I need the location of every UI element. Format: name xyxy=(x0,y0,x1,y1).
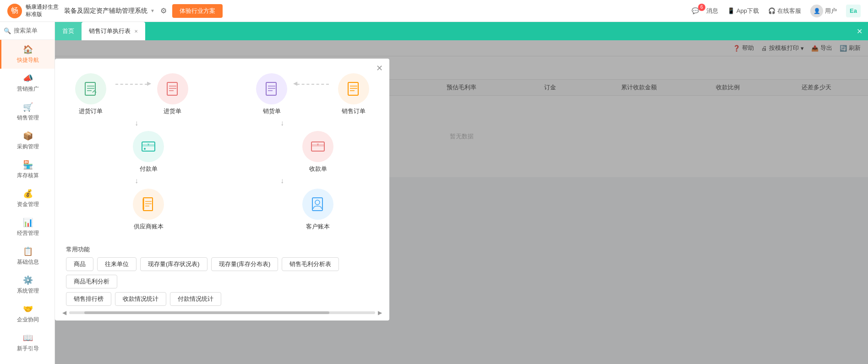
svg-rect-12 xyxy=(348,82,358,95)
sidebar-item-finance[interactable]: 💰 资金管理 xyxy=(0,184,55,213)
flow-item-supplier-ledger[interactable]: 供应商账本 xyxy=(121,189,176,231)
func-btn-partner[interactable]: 往来单位 xyxy=(97,257,136,271)
flow-item-sales-bill[interactable]: 销货单 xyxy=(247,73,296,115)
svg-rect-4 xyxy=(167,82,177,95)
customer-ledger-circle xyxy=(302,189,333,220)
sidebar-item-system[interactable]: ⚙️ 系统管理 xyxy=(0,271,55,299)
basic-icon: 📋 xyxy=(23,246,33,256)
settings-icon[interactable]: ⚙ xyxy=(160,6,167,15)
online-service-action[interactable]: 🎧 在线客服 xyxy=(768,7,801,15)
logo-text: 畅康通好生意 标准版 xyxy=(26,4,59,18)
func-btn-payment-stats[interactable]: 付款情况统计 xyxy=(170,292,221,306)
payment-label: 付款单 xyxy=(140,165,158,173)
sidebar-item-purchase[interactable]: 📦 采购管理 xyxy=(0,126,55,155)
sales-order-label: 销售订单 xyxy=(342,107,366,115)
home-icon: 🏠 xyxy=(23,44,33,54)
sidebar-item-basic[interactable]: 📋 基础信息 xyxy=(0,242,55,271)
trial-btn[interactable]: 体验行业方案 xyxy=(172,4,223,18)
purchase-bill-label: 进货单 xyxy=(164,107,181,115)
purchase-bill-circle xyxy=(157,73,188,104)
func-btn-goods[interactable]: 商品 xyxy=(66,257,93,271)
svg-rect-24 xyxy=(142,199,144,210)
page-content: ❓ 帮助 🖨 按模板打印 ▾ 📤 导出 🔄 刷新 xyxy=(55,40,868,364)
flow-diagram: 进货订单 进货单 xyxy=(66,70,378,242)
arrow-h-2 xyxy=(297,84,329,105)
modal-scrollbar: ◀ ▶ xyxy=(55,310,389,316)
func-btn-goods-profit[interactable]: 商品毛利分析 xyxy=(66,275,117,288)
enterprise-icon: 🤝 xyxy=(23,304,33,314)
sales-tab-label: 销售订单执行表 xyxy=(89,27,131,35)
modal-close-icon[interactable]: ✕ xyxy=(376,63,383,73)
guide-icon: 📖 xyxy=(23,333,33,343)
sales-bill-circle xyxy=(256,73,287,104)
purchase-icon: 📦 xyxy=(23,131,33,141)
marketing-icon: 📣 xyxy=(23,73,33,83)
tabs-bar: 首页 销售订单执行表 ✕ ✕ xyxy=(55,22,868,40)
svg-text:¥: ¥ xyxy=(317,143,319,146)
down-arrow-sales: ↓ xyxy=(267,119,298,127)
svg-rect-23 xyxy=(143,198,153,211)
down-arrow-payment: ↓ xyxy=(121,177,152,185)
func-buttons-row1: 商品 往来单位 现存量(库存状况表) 现存量(库存分布表) 销售毛利分析表 商品… xyxy=(66,257,378,288)
svg-point-18 xyxy=(144,148,146,150)
sidebar-item-enterprise[interactable]: 🤝 企业协同 xyxy=(0,299,55,328)
scroll-track[interactable] xyxy=(69,311,375,314)
supplier-ledger-circle xyxy=(133,189,164,220)
finance-icon: 💰 xyxy=(23,189,33,199)
sidebar-item-guide[interactable]: 📖 新手引导 xyxy=(0,328,55,357)
message-action[interactable]: 💬 6 消息 xyxy=(692,7,718,15)
sidebar-item-operations[interactable]: 📊 经营管理 xyxy=(0,213,55,242)
supplier-ledger-label: 供应商账本 xyxy=(134,223,164,231)
avatar: 👤 xyxy=(810,5,823,17)
headset-icon: 🎧 xyxy=(768,7,775,14)
flow-item-sales-order[interactable]: 销售订单 xyxy=(329,73,378,115)
app-download-action[interactable]: 📱 App下载 xyxy=(727,7,759,15)
flow-item-customer-ledger[interactable]: 客户账本 xyxy=(290,189,345,231)
flow-item-payment[interactable]: ¥ 付款单 xyxy=(121,131,176,173)
flow-item-purchase-bill[interactable]: 进货单 xyxy=(147,73,197,115)
phone-icon: 📱 xyxy=(727,7,735,14)
sidebar-search[interactable]: 🔍 搜索菜单 xyxy=(0,22,55,40)
logo-area: 畅 畅康通好生意 标准版 xyxy=(7,4,59,18)
overlay: ✕ 进货订单 xyxy=(55,40,868,364)
system-dropdown-icon[interactable]: ▼ xyxy=(150,8,155,13)
func-btn-stock-status[interactable]: 现存量(库存状况表) xyxy=(140,257,207,271)
inventory-icon: 🏪 xyxy=(23,160,33,170)
down-arrow-receipt: ↓ xyxy=(267,177,298,185)
flow-item-purchase-order[interactable]: 进货订单 xyxy=(66,73,115,115)
user-action[interactable]: 👤 用户 xyxy=(810,5,837,17)
system-icon: ⚙️ xyxy=(23,275,33,285)
close-all-tabs[interactable]: ✕ xyxy=(851,27,868,36)
flow-item-receipt[interactable]: ¥ 收款单 xyxy=(290,131,345,173)
svg-rect-8 xyxy=(266,82,276,95)
sidebar-item-marketing[interactable]: 📣 营销推广 xyxy=(0,69,55,98)
sidebar-item-sales[interactable]: 🛒 销售管理 xyxy=(0,98,55,126)
svg-text:¥: ¥ xyxy=(147,143,149,146)
svg-rect-0 xyxy=(85,82,95,95)
sidebar-item-quick-nav[interactable]: 🏠 快捷导航 xyxy=(0,40,55,69)
receipt-label: 收款单 xyxy=(309,165,327,173)
func-btn-sales-rank[interactable]: 销售排行榜 xyxy=(66,292,111,306)
flow-row-3: 供应商账本 客户账本 xyxy=(121,185,378,234)
sales-icon: 🛒 xyxy=(23,102,33,112)
flow-row-2: ¥ 付款单 ¥ 收款单 xyxy=(121,127,378,177)
sidebar-item-inventory[interactable]: 🏪 库存核算 xyxy=(0,155,55,184)
func-btn-receipt-stats[interactable]: 收款情况统计 xyxy=(115,292,166,306)
tab-sales-order-exec[interactable]: 销售订单执行表 ✕ xyxy=(82,22,145,40)
logo-icon: 畅 xyxy=(7,4,22,18)
func-btn-stock-dist[interactable]: 现存量(库存分布表) xyxy=(211,257,278,271)
tab-home[interactable]: 首页 xyxy=(55,22,82,40)
tab-close-icon[interactable]: ✕ xyxy=(134,29,138,34)
content-area: 首页 销售订单执行表 ✕ ✕ ❓ 帮助 🖨 按模板打印 ▾ xyxy=(55,22,868,364)
scroll-left-icon[interactable]: ◀ xyxy=(62,310,66,316)
func-buttons-row2: 销售排行榜 收款情况统计 付款情况统计 xyxy=(66,292,378,306)
common-functions-title: 常用功能 xyxy=(66,245,378,254)
payment-circle: ¥ xyxy=(133,131,164,162)
header-left: 畅 畅康通好生意 标准版 装备及固定资产辅助管理系统 ▼ ⚙ 体验行业方案 xyxy=(7,4,223,18)
func-btn-sales-profit[interactable]: 销售毛利分析表 xyxy=(282,257,339,271)
header-right: 💬 6 消息 📱 App下载 🎧 在线客服 👤 用户 Ea xyxy=(692,5,861,17)
svg-point-29 xyxy=(315,200,320,205)
common-functions: 常用功能 商品 往来单位 现存量(库存状况表) 现存量(库存分布表) 销售毛利分… xyxy=(66,245,378,306)
scroll-right-icon[interactable]: ▶ xyxy=(378,310,382,316)
flow-row-1: 进货订单 进货单 xyxy=(66,70,378,119)
